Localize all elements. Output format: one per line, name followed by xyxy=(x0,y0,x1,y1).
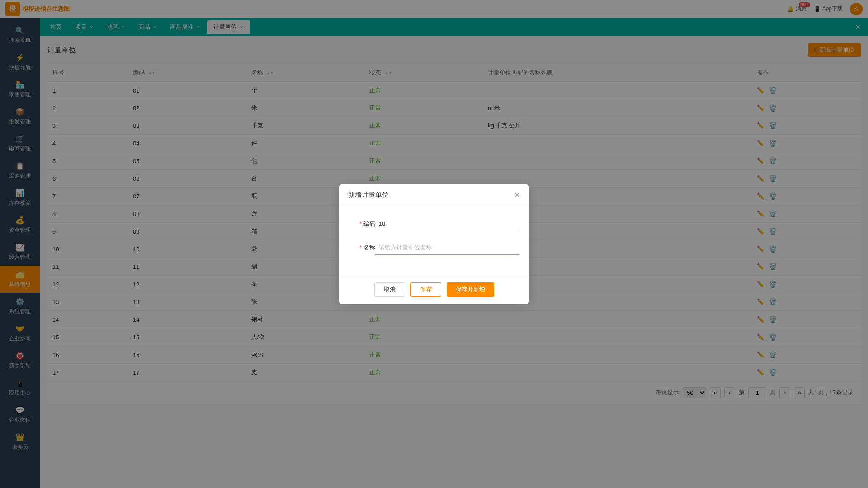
save-button[interactable]: 保存 xyxy=(410,282,441,297)
name-label: 名称 xyxy=(348,244,375,252)
dialog-close-button[interactable]: ✕ xyxy=(514,191,520,199)
save-and-new-button[interactable]: 保存并新增 xyxy=(447,282,494,297)
add-unit-dialog: 新增计量单位 ✕ 编码 名称 取消 保存 保存并新增 xyxy=(339,184,529,304)
dialog-overlay: 新增计量单位 ✕ 编码 名称 取消 保存 保存并新增 xyxy=(0,0,868,488)
dialog-footer: 取消 保存 保存并新增 xyxy=(339,275,529,304)
name-input[interactable] xyxy=(375,240,520,255)
form-item-code: 编码 xyxy=(348,217,520,231)
form-item-name: 名称 xyxy=(348,240,520,255)
dialog-body: 编码 名称 xyxy=(339,206,529,275)
dialog-title: 新增计量单位 xyxy=(348,191,389,199)
cancel-button[interactable]: 取消 xyxy=(374,282,405,297)
dialog-header: 新增计量单位 ✕ xyxy=(339,184,529,206)
app-container: 橙 橙橙进销存生意圈 🔔 消息 99+ 📱 App下载 A 🔍 搜索菜单 xyxy=(0,0,868,488)
code-input[interactable] xyxy=(375,217,520,231)
code-label: 编码 xyxy=(348,220,375,228)
